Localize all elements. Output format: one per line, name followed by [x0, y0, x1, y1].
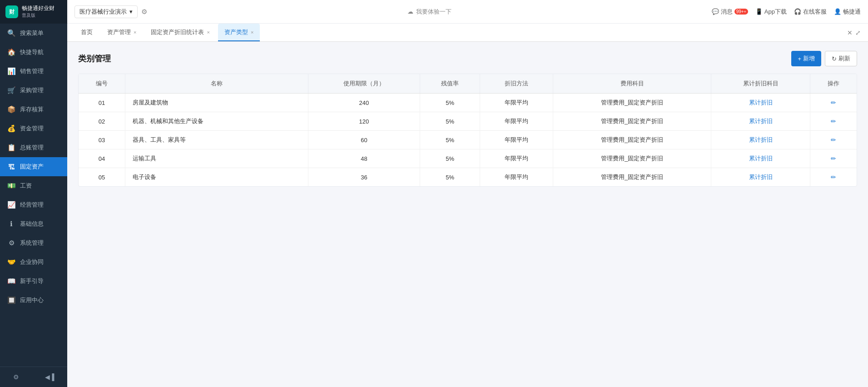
sidebar-bottom: ⚙ ◀▐ — [0, 367, 67, 387]
sidebar-item-guide[interactable]: 📖 新手引导 — [0, 272, 67, 291]
sidebar-item-purchase[interactable]: 🛒 采购管理 — [0, 81, 67, 100]
tab-label: 固定资产折旧统计表 — [151, 28, 204, 36]
cell-period: 36 — [308, 168, 420, 187]
cell-method: 年限平均 — [480, 149, 553, 168]
cell-period: 60 — [308, 131, 420, 149]
cell-expense: 管理费用_固定资产折旧 — [553, 112, 711, 131]
cell-name: 机器、机械和其他生产设备 — [125, 112, 308, 131]
cell-accumulated: 累计折旧 — [711, 131, 810, 149]
edit-icon[interactable]: ✏ — [831, 99, 836, 106]
sidebar-item-cooperation[interactable]: 🤝 企业协同 — [0, 253, 67, 272]
cell-expense: 管理费用_固定资产折旧 — [553, 168, 711, 187]
new-button[interactable]: + 新增 — [791, 51, 821, 66]
tab-label: 资产类型 — [224, 28, 248, 36]
cell-period: 240 — [308, 94, 420, 112]
header-center[interactable]: ☁ 我要体验一下 — [407, 8, 451, 16]
col-accumulated: 累计折旧科目 — [711, 74, 810, 94]
sidebar-item-salary[interactable]: 💵 工资 — [0, 176, 67, 195]
company-settings-icon[interactable]: ⚙ — [141, 8, 147, 16]
sidebar-item-label: 资金管理 — [20, 124, 44, 133]
cell-edit[interactable]: ✏ — [810, 168, 857, 187]
col-actions: 操作 — [810, 74, 857, 94]
sidebar-item-basic-info[interactable]: ℹ 基础信息 — [0, 214, 67, 233]
sidebar-item-label: 固定资产 — [20, 163, 44, 171]
cell-residual: 5% — [420, 149, 480, 168]
close-window-icon[interactable]: ✕ — [847, 29, 853, 36]
sidebar-item-ledger[interactable]: 📋 总账管理 — [0, 138, 67, 157]
sidebar-item-sales[interactable]: 📊 销售管理 — [0, 62, 67, 81]
cell-method: 年限平均 — [480, 112, 553, 131]
col-expense: 费用科目 — [553, 74, 711, 94]
chevron-down-icon: ▾ — [129, 8, 133, 15]
tab-depreciation-table[interactable]: 固定资产折旧统计表 × — [144, 24, 216, 41]
tab-close-icon[interactable]: × — [207, 30, 209, 35]
col-name: 名称 — [125, 74, 308, 94]
edit-icon[interactable]: ✏ — [831, 118, 836, 125]
cell-expense: 管理费用_固定资产折旧 — [553, 131, 711, 149]
main-area: 医疗器械行业演示 ▾ ⚙ ☁ 我要体验一下 💬 消息 99++ 📱 App下载 … — [67, 0, 868, 387]
sidebar-item-search[interactable]: 🔍 搜索菜单 — [0, 24, 67, 43]
tab-label: 资产管理 — [107, 28, 131, 36]
customer-service-icon: 🎧 — [794, 8, 801, 15]
cell-id: 01 — [79, 94, 125, 112]
edit-icon[interactable]: ✏ — [831, 174, 836, 181]
tab-asset-type[interactable]: 资产类型 × — [218, 24, 260, 41]
cell-residual: 5% — [420, 94, 480, 112]
cell-edit[interactable]: ✏ — [810, 112, 857, 131]
app-download-action[interactable]: 📱 App下载 — [755, 8, 787, 16]
cell-expense: 管理费用_固定资产折旧 — [553, 94, 711, 112]
tab-home[interactable]: 首页 — [74, 24, 99, 41]
edit-icon[interactable]: ✏ — [831, 136, 836, 144]
company-selector[interactable]: 医疗器械行业演示 ▾ — [74, 5, 138, 18]
refresh-button[interactable]: ↻ 刷新 — [825, 51, 857, 66]
sidebar-nav: 🔍 搜索菜单 🏠 快捷导航 📊 销售管理 🛒 采购管理 📦 库存核算 💰 资金管… — [0, 24, 67, 367]
cell-expense: 管理费用_固定资产折旧 — [553, 149, 711, 168]
header-right: 💬 消息 99++ 📱 App下载 🎧 在线客服 👤 畅捷通 — [712, 8, 861, 16]
cell-period: 48 — [308, 149, 420, 168]
tabs-bar: 首页 资产管理 × 固定资产折旧统计表 × 资产类型 × ✕ ⤢ — [67, 24, 868, 42]
tab-close-icon[interactable]: × — [251, 30, 253, 35]
settings-icon[interactable]: ⚙ — [10, 371, 22, 383]
cell-name: 房屋及建筑物 — [125, 94, 308, 112]
home-icon: 🏠 — [7, 48, 15, 56]
sidebar-item-label: 销售管理 — [20, 67, 44, 75]
sidebar-item-system[interactable]: ⚙ 系统管理 — [0, 233, 67, 253]
box-icon: 📦 — [7, 105, 15, 114]
sidebar-item-fixed-assets[interactable]: 🏗 固定资产 — [0, 157, 67, 176]
customer-service-action[interactable]: 🎧 在线客服 — [794, 8, 827, 16]
collapse-icon[interactable]: ◀▐ — [42, 371, 57, 383]
tab-label: 首页 — [81, 28, 93, 36]
edit-icon[interactable]: ✏ — [831, 155, 836, 162]
messages-badge: 99++ — [734, 9, 748, 15]
tab-close-icon[interactable]: × — [134, 30, 136, 35]
sidebar-item-finance[interactable]: 💰 资金管理 — [0, 119, 67, 138]
messages-action[interactable]: 💬 消息 99++ — [712, 8, 748, 16]
sidebar-item-app-center[interactable]: 🔲 应用中心 — [0, 291, 67, 310]
info-icon: ℹ — [7, 220, 15, 228]
cart-icon: 🛒 — [7, 86, 15, 94]
app-logo: 财 畅捷通好业财 普及版 — [0, 0, 67, 24]
cell-accumulated: 累计折旧 — [711, 112, 810, 131]
cell-edit[interactable]: ✏ — [810, 94, 857, 112]
sidebar-item-label: 总账管理 — [20, 144, 44, 152]
table-row: 01 房屋及建筑物 240 5% 年限平均 管理费用_固定资产折旧 累计折旧 ✏ — [79, 94, 857, 112]
col-id: 编号 — [79, 74, 125, 94]
salary-icon: 💵 — [7, 182, 15, 190]
cell-edit[interactable]: ✏ — [810, 149, 857, 168]
sidebar-item-label: 基础信息 — [20, 220, 44, 228]
user-action[interactable]: 👤 畅捷通 — [834, 8, 861, 16]
sidebar-item-inventory[interactable]: 📦 库存核算 — [0, 100, 67, 119]
expand-window-icon[interactable]: ⤢ — [855, 29, 861, 36]
logo-text: 畅捷通好业财 普及版 — [22, 5, 55, 19]
cell-id: 02 — [79, 112, 125, 131]
sidebar-item-operations[interactable]: 📈 经营管理 — [0, 195, 67, 214]
cell-id: 05 — [79, 168, 125, 187]
col-method: 折旧方法 — [480, 74, 553, 94]
tab-asset-management[interactable]: 资产管理 × — [101, 24, 143, 41]
cell-edit[interactable]: ✏ — [810, 131, 857, 149]
cloud-icon: ☁ — [407, 8, 413, 15]
sidebar-item-quick-nav[interactable]: 🏠 快捷导航 — [0, 43, 67, 62]
cell-residual: 5% — [420, 112, 480, 131]
refresh-button-label: 刷新 — [838, 55, 850, 63]
cell-period: 120 — [308, 112, 420, 131]
